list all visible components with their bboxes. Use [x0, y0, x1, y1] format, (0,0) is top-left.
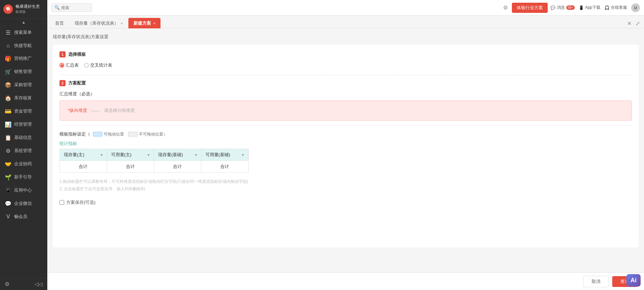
sidebar-nav: ☰ 搜索菜单 ⌂ 快捷导航 🎁 营销推广 🛒 销售管理 📦 采购管理 🏠 库存核… — [0, 26, 47, 278]
radio-summary-circle — [59, 63, 64, 68]
tab-close-inventory-status[interactable]: × — [121, 21, 123, 25]
save-checkbox[interactable] — [59, 200, 64, 205]
sidebar-item-purchase[interactable]: 📦 采购管理 — [0, 78, 47, 92]
sidebar-item-quick-nav[interactable]: ⌂ 快捷导航 — [0, 39, 47, 52]
nodrag-legend-label: 不可拖动位置） — [139, 131, 167, 137]
indicator-settings: 模板指标设定（ 可拖动位置 不可拖动位置） — [59, 131, 632, 193]
tab-inventory-status[interactable]: 现存量（库存状况表） × — [70, 18, 128, 28]
operations-label: 经营管理 — [14, 121, 32, 127]
indicator-label-text: 模板指标设定（ — [59, 131, 90, 137]
section1-header: 1 选择模板 — [59, 51, 632, 57]
header-arrow-2[interactable]: ▾ — [195, 153, 197, 157]
sidebar-item-app-center[interactable]: 📱 应用中心 — [0, 184, 47, 197]
search-menu-icon: ☰ — [5, 29, 11, 36]
header-arrow-3[interactable]: ▾ — [242, 153, 244, 157]
section1-title: 选择模板 — [68, 51, 86, 57]
sidebar: 畅 畅康通好生意 标准版 ▲ ☰ 搜索菜单 ⌂ 快捷导航 🎁 营销推广 🛒 销售… — [0, 0, 47, 290]
radio-cross-label: 交叉统计表 — [90, 62, 112, 68]
app-download-icon: 📱 — [579, 5, 584, 10]
ai-badge[interactable]: Ai — [626, 274, 641, 287]
message-item[interactable]: 💬 消息 99+ — [550, 5, 575, 10]
indicator-header-2[interactable]: 现存量(基辅)▾ — [154, 149, 201, 161]
expand-panel-button[interactable]: ⤢ — [634, 19, 641, 28]
search-box[interactable]: 🔍 — [51, 3, 92, 12]
tips: 1.拖动标题栏可以调整布局，不可跨维度或指标区域拖动栏目字段(只能在同一维度或指… — [59, 178, 632, 193]
tab-home[interactable]: 首页 — [50, 18, 69, 28]
sidebar-item-basic-info[interactable]: 📋 基础信息 — [0, 131, 47, 144]
sidebar-item-cooperation[interactable]: 🤝 企业协同 — [0, 158, 47, 171]
section2-title: 方案配置 — [68, 80, 86, 86]
new-guide-label: 新手引导 — [14, 174, 32, 180]
close-panel-button[interactable]: ✕ — [626, 19, 633, 28]
app-center-label: 应用中心 — [14, 187, 32, 193]
quick-nav-label: 快捷导航 — [14, 43, 32, 49]
purchase-label: 采购管理 — [14, 82, 32, 88]
app-center-icon: 📱 — [5, 187, 11, 194]
indicator-legend: 可拖动位置 不可拖动位置） — [93, 131, 167, 137]
header-arrow-0[interactable]: ▾ — [101, 153, 103, 157]
search-icon: 🔍 — [54, 5, 60, 10]
tab-close-new-scheme[interactable]: × — [153, 21, 155, 25]
cancel-button[interactable]: 取消 — [583, 276, 609, 287]
tab-bar: 首页现存量（库存状况表） ×新建方案 × ✕ ⤢ — [47, 16, 644, 28]
system-label: 系统管理 — [14, 148, 32, 154]
cooperation-icon: 🤝 — [5, 161, 11, 167]
enterprise-wechat-icon: 💬 — [5, 200, 11, 207]
indicator-cell-0-3: 合计 — [201, 161, 249, 172]
dimension-placeholder: 请选择分组维度 — [104, 107, 135, 114]
indicator-header-1[interactable]: 可用量(主)▾ — [107, 149, 154, 161]
search-menu-label: 搜索菜单 — [14, 29, 32, 35]
tab-new-scheme[interactable]: 新建方案 × — [128, 18, 160, 28]
sidebar-item-sales[interactable]: 🛒 销售管理 — [0, 65, 47, 78]
radio-summary[interactable]: 汇总表 — [59, 62, 79, 68]
sidebar-item-finance[interactable]: 💳 资金管理 — [0, 105, 47, 118]
basic-info-label: 基础信息 — [14, 135, 32, 141]
sidebar-logo: 畅 畅康通好生意 标准版 — [0, 0, 47, 19]
save-checkbox-label[interactable]: 方案保存(可选) — [59, 199, 632, 206]
logo-icon: 畅 — [3, 4, 13, 14]
sidebar-scroll-up[interactable]: ▲ — [0, 19, 47, 26]
radio-cross-circle — [84, 63, 89, 68]
settings-button[interactable]: ⚙ — [502, 3, 509, 12]
quick-nav-icon: ⌂ — [5, 43, 11, 49]
save-label: 方案保存(可选) — [66, 199, 96, 206]
customer-service-item[interactable]: 🎧 在线客服 — [604, 5, 627, 10]
indicator-header-3[interactable]: 可用量(基辅)▾ — [201, 149, 249, 161]
app-download-item[interactable]: 📱 App下载 — [579, 5, 600, 10]
sidebar-item-system[interactable]: ⚙ 系统管理 — [0, 144, 47, 158]
sidebar-bottom: ⚙ ◁◁ — [0, 278, 47, 290]
template-section: 1 选择模板 汇总表 交叉统计表 — [59, 51, 632, 68]
template-options: 汇总表 交叉统计表 — [59, 62, 632, 68]
sidebar-item-enterprise-wechat[interactable]: 💬 企业微信 — [0, 197, 47, 210]
sidebar-item-search-menu[interactable]: ☰ 搜索菜单 — [0, 26, 47, 39]
finance-icon: 💳 — [5, 108, 11, 115]
trial-button[interactable]: 体验行业方案 — [512, 3, 548, 13]
inventory-icon: 🏠 — [5, 95, 11, 101]
vip-icon: V — [5, 214, 11, 220]
radio-cross[interactable]: 交叉统计表 — [84, 62, 112, 68]
sidebar-item-new-guide[interactable]: 🌱 新手引导 — [0, 171, 47, 184]
avatar[interactable]: U — [631, 3, 640, 12]
stats-title: 统计指标 — [59, 141, 632, 147]
dimension-box: *纵向维度 —— 请选择分组维度 — [59, 100, 632, 121]
legend-nodrag: 不可拖动位置） — [128, 131, 167, 137]
legend-drag: 可拖动位置 — [93, 131, 124, 137]
app-download-label: App下载 — [585, 5, 600, 10]
search-input[interactable] — [61, 5, 88, 10]
drag-legend-box — [93, 132, 102, 137]
sidebar-item-vip[interactable]: V 畅会员 — [0, 210, 47, 223]
page-title: 现存量(库存状况表)方案设置 — [53, 34, 639, 40]
sidebar-item-marketing[interactable]: 🎁 营销推广 — [0, 52, 47, 65]
content-area: 现存量(库存状况表)方案设置 1 选择模板 汇总表 — [47, 28, 644, 272]
top-bar-right: 💬 消息 99+ 📱 App下载 🎧 在线客服 U — [550, 3, 640, 12]
header-arrow-1[interactable]: ▾ — [148, 153, 150, 157]
indicator-header-0[interactable]: 现存量(主)▾ — [60, 149, 107, 161]
sound-bottom-icon[interactable]: ◁◁ — [34, 281, 43, 287]
indicator-grid: 现存量(主)▾可用量(主)▾现存量(基辅)▾可用量(基辅)▾合计合计合计合计 — [59, 149, 249, 173]
message-label: 消息 — [557, 5, 565, 10]
vip-label: 畅会员 — [14, 214, 27, 220]
settings-bottom-icon[interactable]: ⚙ — [5, 281, 9, 287]
sidebar-item-inventory[interactable]: 🏠 库存核算 — [0, 92, 47, 105]
sidebar-item-operations[interactable]: 📊 经营管理 — [0, 118, 47, 131]
customer-service-label: 在线客服 — [611, 5, 627, 10]
